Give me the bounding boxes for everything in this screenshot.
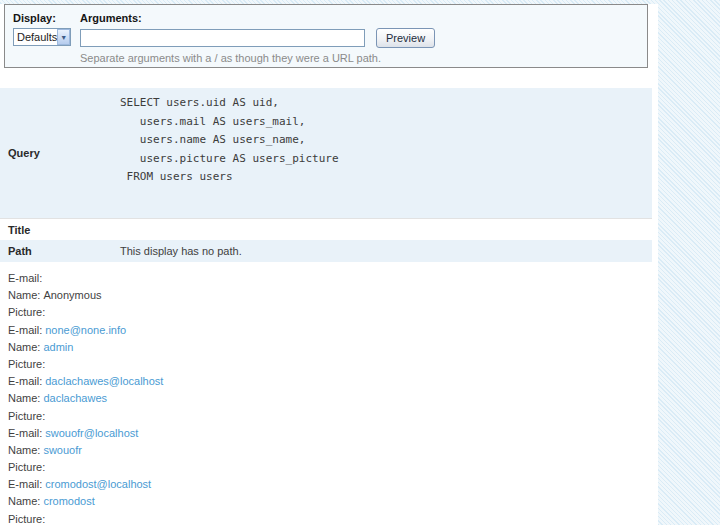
picture-field-label: Picture:: [8, 513, 45, 525]
query-sql: SELECT users.uid AS uid, users.mail AS u…: [120, 94, 652, 187]
name-value: Anonymous: [43, 289, 101, 301]
email-field-label: E-mail:: [8, 272, 42, 284]
email-field-label: E-mail:: [8, 375, 42, 387]
arguments-label: Arguments:: [80, 12, 639, 24]
path-row-label: Path: [0, 245, 112, 257]
email-link[interactable]: cromodost@localhost: [45, 478, 151, 490]
preview-form: Display: Defaults ▼ Arguments: Preview S…: [4, 4, 648, 68]
name-line: Name:cromodost: [0, 493, 658, 510]
title-row-label: Title: [0, 224, 112, 236]
picture-field-label: Picture:: [8, 358, 45, 370]
path-row: Path This display has no path.: [0, 240, 652, 262]
name-link[interactable]: admin: [43, 341, 73, 353]
arguments-input[interactable]: [80, 29, 365, 47]
display-select-value: Defaults: [14, 31, 57, 43]
email-line: E-mail:none@none.info: [0, 322, 658, 339]
picture-field-label: Picture:: [8, 306, 45, 318]
view-info-table: Query SELECT users.uid AS uid, users.mai…: [0, 88, 652, 262]
arguments-description: Separate arguments with a / as though th…: [80, 52, 639, 64]
user-row: E-mail:cromodost@localhost Name:cromodos…: [0, 476, 658, 525]
preview-results: E-mail: Name:Anonymous Picture: E-mail:n…: [0, 270, 658, 525]
path-row-value: This display has no path.: [112, 245, 652, 257]
user-row: E-mail:none@none.info Name:admin Picture…: [0, 322, 658, 374]
name-field-label: Name:: [8, 444, 40, 456]
content-area: Display: Defaults ▼ Arguments: Preview S…: [0, 4, 658, 525]
user-row: E-mail:swouofr@localhost Name:swouofr Pi…: [0, 425, 658, 477]
picture-line: Picture:: [0, 408, 658, 425]
name-field-label: Name:: [8, 392, 40, 404]
query-row: Query SELECT users.uid AS uid, users.mai…: [0, 88, 652, 218]
name-line: Name:swouofr: [0, 442, 658, 459]
display-form-item: Display: Defaults ▼: [13, 12, 80, 61]
name-line: Name:admin: [0, 339, 658, 356]
picture-field-label: Picture:: [8, 461, 45, 473]
query-row-label: Query: [0, 88, 112, 218]
chevron-down-icon: ▼: [57, 29, 70, 45]
arguments-form-item: Arguments: Preview Separate arguments wi…: [80, 12, 639, 61]
name-field-label: Name:: [8, 289, 40, 301]
name-field-label: Name:: [8, 495, 40, 507]
title-row: Title: [0, 218, 652, 240]
picture-line: Picture:: [0, 304, 658, 321]
email-field-label: E-mail:: [8, 324, 42, 336]
name-link[interactable]: cromodost: [43, 495, 94, 507]
name-link[interactable]: daclachawes: [43, 392, 107, 404]
email-link[interactable]: none@none.info: [45, 324, 126, 336]
user-row: E-mail: Name:Anonymous Picture:: [0, 270, 658, 322]
name-field-label: Name:: [8, 341, 40, 353]
email-field-label: E-mail:: [8, 478, 42, 490]
email-line: E-mail:: [0, 270, 658, 287]
email-link[interactable]: swouofr@localhost: [45, 427, 138, 439]
email-link[interactable]: daclachawes@localhost: [45, 375, 163, 387]
display-select[interactable]: Defaults ▼: [13, 28, 71, 46]
email-line: E-mail:cromodost@localhost: [0, 476, 658, 493]
picture-line: Picture:: [0, 511, 658, 525]
display-label: Display:: [13, 12, 80, 24]
email-line: E-mail:daclachawes@localhost: [0, 373, 658, 390]
email-field-label: E-mail:: [8, 427, 42, 439]
name-line: Name:daclachawes: [0, 390, 658, 407]
picture-line: Picture:: [0, 356, 658, 373]
user-row: E-mail:daclachawes@localhost Name:daclac…: [0, 373, 658, 425]
email-line: E-mail:swouofr@localhost: [0, 425, 658, 442]
picture-field-label: Picture:: [8, 410, 45, 422]
name-link[interactable]: swouofr: [43, 444, 82, 456]
picture-line: Picture:: [0, 459, 658, 476]
name-line: Name:Anonymous: [0, 287, 658, 304]
preview-button[interactable]: Preview: [376, 28, 435, 48]
